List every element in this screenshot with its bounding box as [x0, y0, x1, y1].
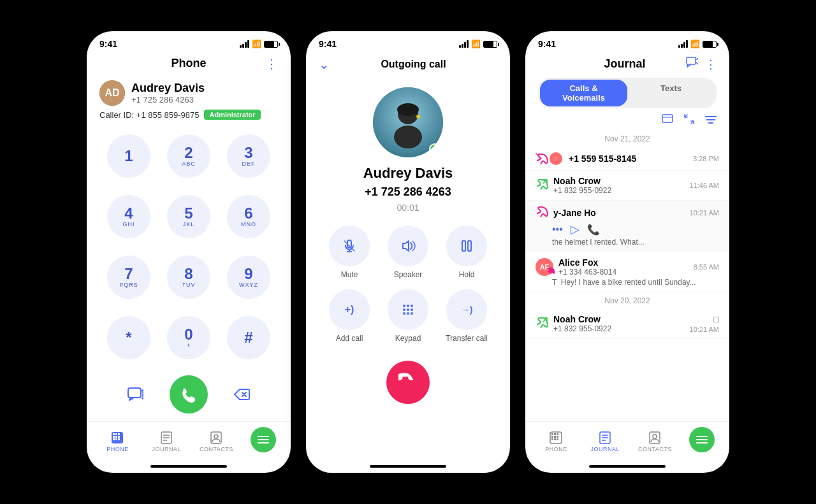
call-time-2: 11:46 AM: [690, 182, 719, 189]
unknown-caller-name: +1 559 515-8145: [569, 154, 636, 164]
nav-phone-label: PHONE: [106, 446, 129, 452]
speaker-button[interactable]: Speaker: [384, 226, 432, 279]
svg-point-25: [416, 115, 420, 119]
battery-icon-3: [703, 41, 717, 48]
tab-switcher: Calls & Voicemails Texts: [538, 78, 717, 108]
call-badge-icon: [547, 266, 556, 277]
svg-rect-2: [113, 433, 115, 435]
mute-button[interactable]: Mute: [325, 226, 374, 279]
nav-journal[interactable]: JOURNAL: [150, 431, 182, 452]
hold-label: Hold: [459, 270, 475, 279]
dial-key-2[interactable]: 2 ABC: [167, 134, 210, 178]
jane-ho-name: y-Jane Ho: [553, 208, 596, 218]
jane-ho-actions: ••• ▷ 📞: [536, 222, 719, 236]
transfer-call-button[interactable]: →) Transfer call: [442, 289, 491, 343]
wifi-icon-3: 📶: [690, 40, 700, 48]
avatar-initials: AD: [99, 80, 125, 106]
contact-info: AD Audrey Davis +1 725 286 4263: [87, 75, 291, 108]
signal-icon-3: [678, 40, 688, 48]
chat-icon[interactable]: [686, 57, 699, 71]
more-action-icon[interactable]: •••: [552, 224, 563, 235]
nav-menu-button-3[interactable]: [689, 427, 715, 452]
online-status-dot: [429, 143, 441, 155]
dial-key-8[interactable]: 8 TUV: [167, 256, 210, 299]
svg-point-37: [403, 312, 405, 315]
tab-calls-voicemails[interactable]: Calls & Voicemails: [540, 80, 627, 106]
dial-key-9[interactable]: 9 WXYZ: [227, 256, 270, 299]
message-action-button[interactable]: [122, 380, 150, 408]
speaker-label: Speaker: [394, 270, 423, 279]
end-call-row: [306, 361, 510, 404]
svg-point-24: [397, 103, 419, 116]
filter-view-icon[interactable]: [662, 114, 673, 127]
nav-phone-3[interactable]: PHONE: [540, 431, 572, 452]
dial-key-hash[interactable]: #: [227, 316, 270, 359]
call-controls: Mute Speaker: [306, 226, 510, 343]
call-time-1: 3:28 PM: [693, 155, 719, 162]
hold-button[interactable]: Hold: [442, 226, 491, 279]
dial-key-star[interactable]: *: [107, 316, 150, 359]
caller-id-text: Caller ID: +1 855 859-9875: [99, 110, 199, 120]
journal-item-noah-outgoing[interactable]: Noah Crow +1 832 955-0922 11:46 AM: [525, 171, 729, 201]
play-action-icon[interactable]: ▷: [571, 222, 579, 236]
more-options-button[interactable]: ⋮: [265, 56, 278, 71]
journal-header: Journal ⋮: [525, 52, 729, 75]
backspace-action-button[interactable]: [228, 380, 256, 408]
dial-key-6[interactable]: 6 MNO: [227, 195, 270, 238]
svg-point-16: [214, 435, 218, 438]
status-time-1: 9:41: [99, 39, 117, 49]
nav-menu-button[interactable]: [251, 427, 276, 452]
journal-item-alice-fox[interactable]: AF Alice Fox +1 334 463-8014 8:55 AM T H…: [525, 252, 729, 292]
nav-contacts-label-3: CONTACTS: [638, 446, 672, 452]
filter-icon[interactable]: [705, 114, 717, 127]
end-call-button[interactable]: [386, 361, 430, 404]
nav-contacts-3[interactable]: CONTACTS: [638, 431, 672, 452]
journal-item-missed-unknown[interactable]: ○ +1 559 515-8145 3:28 PM: [525, 147, 729, 171]
status-bar-3: 9:41 📶: [525, 31, 729, 52]
svg-line-42: [696, 62, 698, 64]
svg-point-36: [411, 308, 413, 311]
nav-journal-3[interactable]: JOURNAL: [589, 431, 621, 452]
dial-key-5[interactable]: 5 JKL: [167, 195, 210, 238]
svg-rect-40: [687, 57, 696, 64]
journal-item-jane-ho[interactable]: y-Jane Ho 10:21 AM ••• ▷ 📞 the helmet I …: [525, 201, 729, 252]
back-button[interactable]: ⌄: [319, 57, 330, 72]
nav-contacts[interactable]: CONTACTS: [200, 431, 233, 452]
battery-icon-2: [483, 41, 497, 48]
svg-rect-59: [554, 438, 556, 440]
svg-rect-56: [554, 436, 556, 438]
call-type-icon-missed-2: [536, 206, 548, 220]
keypad-button[interactable]: Keypad: [384, 289, 432, 343]
tab-texts[interactable]: Texts: [627, 80, 715, 106]
svg-rect-53: [554, 433, 556, 435]
svg-point-33: [411, 305, 413, 307]
journal-header-icons: ⋮: [686, 57, 717, 71]
journal-item-noah-nov20[interactable]: Noah Crow +1 832 955-0922 □ 10:21 AM: [525, 309, 729, 339]
svg-rect-29: [462, 241, 465, 251]
dial-key-0[interactable]: 0 +: [167, 316, 210, 359]
dial-key-1[interactable]: 1: [107, 134, 150, 178]
dial-key-3[interactable]: 3 DEF: [227, 134, 270, 178]
bottom-nav-1: PHONE JOURNAL CONTACTS: [87, 421, 291, 463]
call-button[interactable]: [170, 375, 208, 414]
phone-header: Phone ⋮: [87, 52, 291, 75]
dial-key-7[interactable]: 7 PQRS: [107, 256, 150, 299]
add-call-button[interactable]: +) Add call: [325, 289, 374, 343]
dial-key-4[interactable]: 4 GHI: [107, 195, 150, 238]
expand-icon[interactable]: [683, 113, 695, 128]
outgoing-call-title: Outgoing call: [330, 59, 497, 70]
wifi-icon-2: 📶: [471, 40, 481, 48]
journal-toolbar: [525, 113, 729, 131]
more-options-icon[interactable]: ⋮: [705, 57, 717, 71]
home-indicator-3: [589, 465, 666, 468]
status-icons-1: 📶: [240, 40, 278, 48]
call-back-icon[interactable]: 📞: [587, 224, 600, 236]
svg-rect-52: [551, 433, 553, 435]
svg-rect-57: [557, 436, 558, 438]
alice-fox-preview: T Hey! I have a bike rented until Sunday…: [536, 278, 719, 287]
outgoing-call-header: ⌄ Outgoing call: [306, 52, 510, 77]
mute-label: Mute: [341, 270, 358, 279]
nav-phone[interactable]: PHONE: [101, 431, 133, 452]
contact-details: Audrey Davis +1 725 286 4263: [131, 82, 205, 104]
phone-screen: 9:41 📶 Phone ⋮ AD: [87, 31, 291, 473]
